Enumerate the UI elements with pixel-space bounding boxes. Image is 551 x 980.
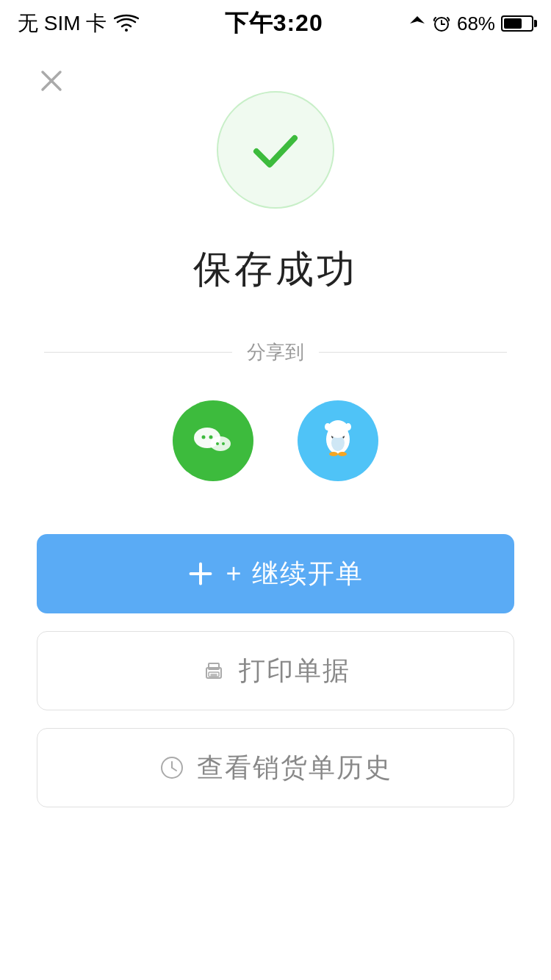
history-button[interactable]: 查看销货单历史: [37, 728, 514, 807]
qq-share-button[interactable]: [298, 400, 378, 481]
print-button[interactable]: 打印单据: [37, 631, 514, 710]
wechat-share-button[interactable]: [173, 400, 253, 481]
qq-icon: [314, 417, 361, 464]
svg-point-17: [329, 452, 338, 456]
history-label: 查看销货单历史: [197, 750, 392, 786]
plus-icon: [187, 561, 214, 587]
svg-point-6: [210, 436, 231, 451]
share-section: 分享到: [0, 339, 551, 365]
status-right: 68%: [408, 12, 533, 35]
action-buttons: + 继续开单 打印单据: [0, 534, 551, 807]
print-label: 打印单据: [239, 653, 350, 689]
wifi-icon: [114, 14, 139, 33]
status-time: 下午3:20: [225, 7, 323, 40]
status-bar: 无 SIM 卡 下午3:20 68%: [0, 0, 551, 47]
svg-point-9: [216, 442, 219, 445]
svg-point-22: [345, 423, 351, 430]
share-icons: [173, 400, 378, 481]
success-title: 保存成功: [193, 244, 358, 295]
continue-button[interactable]: + 继续开单: [37, 534, 514, 613]
alarm-icon: [432, 14, 451, 33]
sim-text: 无 SIM 卡: [18, 10, 107, 37]
svg-point-18: [338, 452, 347, 456]
share-line-left: [44, 352, 232, 353]
location-icon: [408, 15, 426, 32]
printer-icon: [201, 657, 227, 684]
status-left: 无 SIM 卡: [18, 10, 139, 37]
success-circle: [217, 91, 334, 209]
svg-point-20: [328, 420, 348, 438]
close-button[interactable]: [29, 59, 73, 103]
svg-point-10: [222, 442, 225, 445]
continue-label: + 继续开单: [226, 556, 363, 592]
main-content: 保存成功 分享到: [0, 47, 551, 807]
share-line-right: [319, 352, 507, 353]
battery-percent: 68%: [457, 12, 495, 35]
share-label: 分享到: [247, 339, 304, 365]
clock-icon: [159, 754, 185, 781]
wechat-icon: [190, 417, 237, 464]
checkmark-icon: [246, 120, 305, 179]
svg-point-7: [202, 436, 206, 439]
svg-line-32: [172, 768, 176, 771]
svg-point-21: [325, 423, 331, 430]
svg-point-8: [209, 436, 213, 439]
close-icon: [38, 68, 65, 94]
battery-icon: [501, 15, 533, 32]
